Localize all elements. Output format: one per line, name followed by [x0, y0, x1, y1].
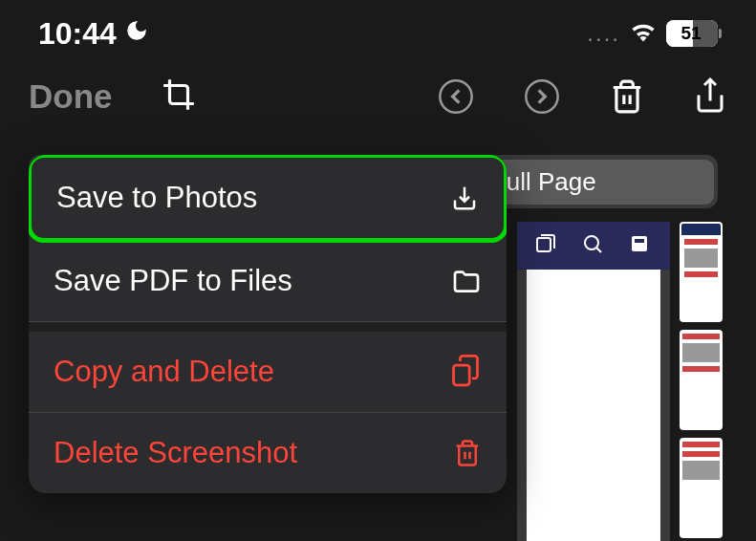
- folder-icon: [451, 268, 482, 294]
- battery-indicator: 51: [666, 20, 718, 47]
- moon-icon: [124, 18, 149, 50]
- trash-icon: [453, 437, 482, 469]
- preview-content: [527, 270, 660, 541]
- copy-trash-icon: [449, 355, 482, 389]
- svg-point-3: [585, 236, 598, 249]
- menu-item-label: Save PDF to Files: [54, 264, 292, 298]
- svg-rect-4: [632, 236, 647, 251]
- menu-item-label: Delete Screenshot: [54, 436, 297, 470]
- svg-point-0: [440, 80, 471, 112]
- svg-rect-5: [635, 239, 644, 243]
- crop-icon[interactable]: [161, 76, 197, 117]
- svg-rect-6: [454, 365, 470, 385]
- editor-toolbar: Done: [0, 67, 756, 155]
- thumbnail-strip: [680, 222, 723, 541]
- window-icon: [628, 232, 651, 259]
- svg-rect-2: [537, 238, 551, 251]
- download-icon: [450, 183, 479, 213]
- action-menu: Save to Photos Save PDF to Files Copy an…: [29, 155, 507, 493]
- status-left: 10:44: [38, 16, 149, 52]
- share-button[interactable]: [693, 76, 727, 117]
- done-button[interactable]: Done: [29, 77, 113, 116]
- status-right: .... 51: [587, 20, 718, 47]
- save-pdf-item[interactable]: Save PDF to Files: [29, 241, 507, 322]
- menu-item-label: Save to Photos: [56, 181, 257, 215]
- tabs-icon: [534, 232, 557, 259]
- redo-button[interactable]: [523, 77, 561, 116]
- time-label: 10:44: [38, 16, 117, 52]
- undo-button[interactable]: [437, 77, 475, 116]
- preview-nav-bar: [517, 222, 670, 270]
- page-preview: [517, 222, 670, 541]
- status-bar: 10:44 .... 51: [0, 0, 756, 67]
- menu-item-label: Copy and Delete: [54, 355, 274, 389]
- search-icon: [581, 232, 604, 259]
- page-thumbnail[interactable]: [680, 222, 723, 322]
- menu-separator: [29, 322, 507, 332]
- delete-screenshot-item[interactable]: Delete Screenshot: [29, 413, 507, 493]
- save-to-photos-item[interactable]: Save to Photos: [29, 155, 507, 243]
- page-thumbnail[interactable]: [680, 438, 723, 538]
- page-thumbnail[interactable]: [680, 330, 723, 430]
- trash-button[interactable]: [609, 77, 645, 116]
- copy-and-delete-item[interactable]: Copy and Delete: [29, 332, 507, 413]
- battery-level-label: 51: [670, 23, 712, 44]
- cellular-dots-icon: ....: [587, 20, 620, 47]
- svg-point-1: [526, 80, 557, 112]
- wifi-icon: [630, 21, 657, 46]
